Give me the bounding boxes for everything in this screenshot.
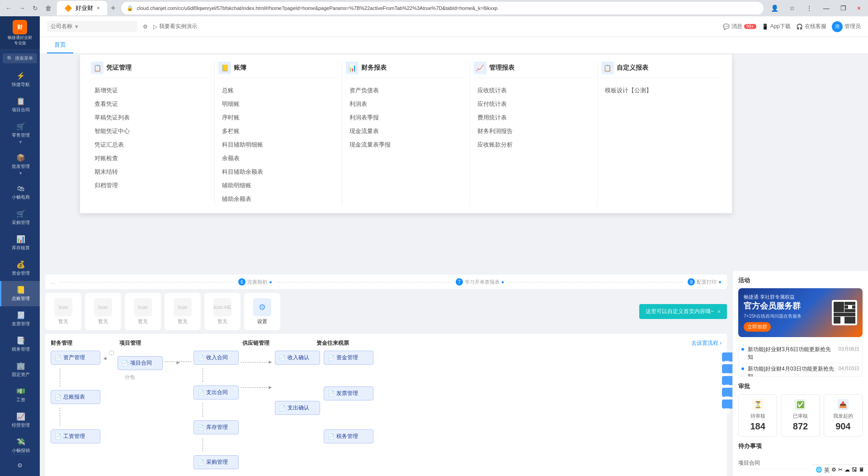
sidebar-item-inventory[interactable]: 📊 库存核算 — [0, 230, 40, 256]
node-capital-mgmt[interactable]: 📄 资金管理 — [324, 351, 373, 365]
approval-card-pending[interactable]: ⏳ 待审核 184 — [738, 394, 777, 437]
menu-item-template-design[interactable]: 模板设计【公测】 — [601, 84, 721, 97]
demo-link[interactable]: ▷ 我要看实例演示 — [153, 23, 197, 30]
star-btn[interactable]: ☆ — [786, 3, 799, 14]
sidebar-item-retail[interactable]: 🛒 零售管理 ▼ — [0, 118, 40, 149]
sidebar-item-accounting[interactable]: 📒 总账管理 — [0, 281, 40, 306]
sidebar-item-finance[interactable]: 💰 资金管理 — [0, 256, 40, 281]
node-salary-mgmt[interactable]: 📄 工资管理 — [51, 429, 100, 443]
menu-item-sequential-ledger[interactable]: 序时账 — [218, 111, 338, 124]
news-item-2: 新功能|好业财4月03日功能更新抢先知 04月03日 — [741, 363, 859, 377]
menu-btn[interactable]: ⋮ — [802, 3, 816, 14]
sidebar-item-salary[interactable]: 💵 工资 — [0, 382, 40, 408]
node-project-contract[interactable]: 📄 项目合同 — [118, 356, 163, 370]
flow-label-capital: 资金往来税票 — [316, 339, 349, 347]
company-selector[interactable]: 公司名称 ▾ — [47, 21, 137, 32]
menu-item-aux-detail[interactable]: 辅助明细账 — [218, 179, 338, 192]
menu-item-subject-detail[interactable]: 科目辅助明细账 — [218, 138, 338, 152]
approval-card-initiated[interactable]: 📤 我发起的 904 — [824, 394, 863, 437]
sidebar-item-tax[interactable]: 📑 税务管理 — [0, 332, 40, 357]
menu-item-view-voucher[interactable]: 查看凭证 — [91, 97, 211, 111]
user-avatar-button[interactable]: 用 管理员 — [832, 21, 861, 32]
activity-banner[interactable]: 畅捷通 享社群专属权益 官方会员服务群 7×15h在线咨询问题在售服务 立即加群 — [738, 288, 863, 337]
sidebar-item-ops[interactable]: 📈 经营管理 — [0, 408, 40, 433]
maximize-button[interactable]: ❐ — [837, 3, 850, 14]
sidebar-item-ecommerce[interactable]: 🛍 小畅电商 — [0, 180, 40, 205]
minimize-button[interactable]: — — [820, 3, 833, 14]
arrow-project-income: ► — [163, 351, 193, 367]
menu-item-aux-balance[interactable]: 辅助余额表 — [218, 192, 338, 206]
icon-slot-settings[interactable]: ⚙ 设置 — [244, 293, 280, 330]
menu-item-voucher-summary[interactable]: 凭证汇总表 — [91, 138, 211, 152]
node-tax-mgmt[interactable]: 📄 税务管理 — [324, 429, 373, 443]
chevron-down-icon: ▾ — [75, 23, 78, 30]
sidebar-item-project[interactable]: 📋 项目合同 — [0, 92, 40, 118]
customize-tip-close[interactable]: × — [717, 309, 721, 315]
menu-item-income-quarterly[interactable]: 利润表季报 — [346, 111, 466, 124]
menu-item-archive[interactable]: 归档管理 — [91, 179, 211, 192]
news-text-2[interactable]: 新功能|好业财4月03日功能更新抢先知 — [748, 365, 835, 377]
close-button[interactable]: × — [854, 3, 864, 14]
setup-flow-link[interactable]: 去设置流程 › — [691, 339, 722, 347]
menu-item-add-voucher[interactable]: 新增凭证 — [91, 84, 211, 97]
sidebar-item-wholesale[interactable]: 📦 批发管理 ▼ — [0, 149, 40, 180]
active-tab[interactable]: 🔶 好业财 × — [57, 1, 107, 15]
tab-home[interactable]: 首页 — [47, 37, 73, 53]
icon-slot-1[interactable]: Icon 暂无 — [45, 293, 81, 330]
node-invoice-mgmt[interactable]: 📄 发票管理 — [324, 386, 373, 400]
node-purchase-mgmt[interactable]: 📄 采购管理 — [193, 455, 239, 469]
tab-close-btn[interactable]: × — [97, 5, 100, 11]
icon-slot-3[interactable]: Icon 暂无 — [125, 293, 161, 330]
sidebar-item-purchase[interactable]: 🛒 采购管理 — [0, 205, 40, 230]
new-tab-button[interactable]: + — [109, 4, 118, 13]
back-button[interactable]: ← — [4, 3, 14, 14]
node-income-contract[interactable]: 📄 收入合同 — [193, 351, 239, 365]
menu-item-subject-balance[interactable]: 科目辅助余额表 — [218, 165, 338, 179]
menu-item-reconcile[interactable]: 对账检查 — [91, 152, 211, 165]
icon-slot-4[interactable]: Icon 暂无 — [165, 293, 201, 330]
news-text-1[interactable]: 新功能|好业财3月6日功能更新抢先知 — [748, 346, 835, 361]
node-inventory-mgmt[interactable]: 📄 库存管理 — [193, 420, 239, 434]
menu-item-ap-stats[interactable]: 应付统计表 — [474, 97, 594, 111]
menu-item-smart-voucher[interactable]: 智能凭证中心 — [91, 124, 211, 138]
menu-item-profit-report[interactable]: 财务利润报告 — [474, 124, 594, 138]
messages-button[interactable]: 💬 消息 99+ — [723, 23, 756, 30]
menu-item-balance-sheet[interactable]: 资产负债表 — [346, 84, 466, 97]
node-expense-confirm[interactable]: 📄 支出确认 — [275, 401, 320, 415]
node-expense-contract[interactable]: 📄 支出合同 — [193, 386, 239, 400]
approval-card-approved[interactable]: ✅ 已审核 872 — [781, 394, 820, 437]
username-label: 管理员 — [844, 23, 861, 30]
sidebar-item-invoice[interactable]: 🧾 发票管理 — [0, 306, 40, 332]
forward-button[interactable]: → — [17, 3, 27, 14]
delete-button[interactable]: 🗑 — [43, 3, 53, 14]
sidebar-item-fixed-assets[interactable]: 🏢 固定资产 — [0, 357, 40, 382]
node-total-report[interactable]: 📄 总账报表 — [51, 390, 100, 404]
menu-item-expense-stats[interactable]: 费用统计表 — [474, 111, 594, 124]
node-asset-mgmt[interactable]: 📄 资产管理 — [51, 351, 100, 365]
profile-btn[interactable]: 👤 — [767, 3, 782, 14]
sidebar-settings-button[interactable]: ⚙ — [14, 458, 26, 472]
menu-item-multi-col-ledger[interactable]: 多栏账 — [218, 124, 338, 138]
menu-item-ar-stats[interactable]: 应收统计表 — [474, 84, 594, 97]
node-income-confirm[interactable]: 📄 收入确认 — [275, 351, 320, 365]
sidebar-item-quick-nav[interactable]: ⚡ 快捷导航 — [0, 67, 40, 92]
address-bar[interactable]: 🔒 cloud.chanjet.com/cc/u6d89qwnryel/57bf… — [121, 2, 764, 14]
sidebar-item-marketing[interactable]: 💸 小畅报销 — [0, 433, 40, 454]
menu-item-income-statement[interactable]: 利润表 — [346, 97, 466, 111]
banner-cta-btn[interactable]: 立即加群 — [744, 322, 771, 332]
menu-item-cashflow-quarterly[interactable]: 现金流量表季报 — [346, 138, 466, 152]
menu-item-cashflow[interactable]: 现金流量表 — [346, 124, 466, 138]
menu-item-general-ledger[interactable]: 总账 — [218, 84, 338, 97]
menu-item-draft-voucher[interactable]: 草稿凭证列表 — [91, 111, 211, 124]
online-service-button[interactable]: 🎧 在线客服 — [796, 23, 826, 30]
icon-slot-2[interactable]: Icon 暂无 — [85, 293, 121, 330]
app-download-button[interactable]: 📱 App下载 — [762, 23, 791, 30]
global-settings-button[interactable]: ⚙ — [143, 24, 148, 30]
menu-item-period-end[interactable]: 期末结转 — [91, 165, 211, 179]
search-menu-button[interactable]: 🔍 搜索菜单 — [3, 53, 37, 63]
menu-item-ar-analysis[interactable]: 应收账款分析 — [474, 138, 594, 152]
icon-slot-he[interactable]: Icon HE 暂无 — [204, 293, 241, 330]
menu-item-detail-ledger[interactable]: 明细账 — [218, 97, 338, 111]
reload-button[interactable]: ↻ — [31, 3, 40, 14]
menu-item-balance[interactable]: 余额表 — [218, 152, 338, 165]
